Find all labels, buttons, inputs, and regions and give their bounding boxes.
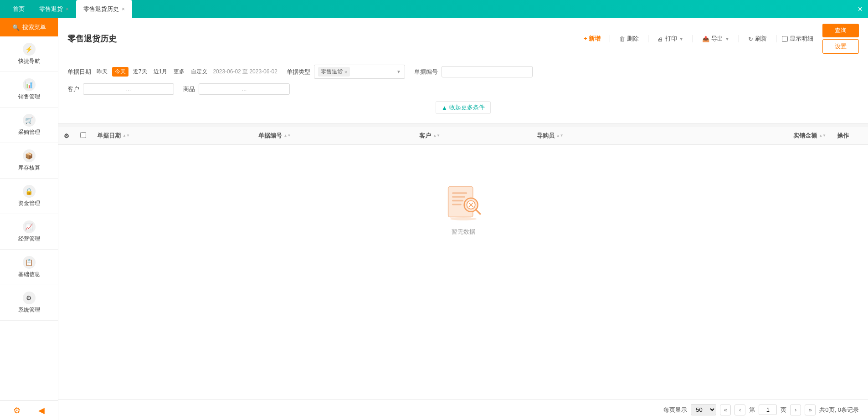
new-button[interactable]: + 新增 [580,33,604,45]
sidebar-item-sales-mgmt[interactable]: 📊 销售管理 [0,72,58,108]
content-area: 零售退货历史 + 新增 🗑 删除 🖨 打印 ▼ [58,18,868,420]
prev-page-button[interactable]: ‹ [734,405,745,415]
date-shortcut-1month[interactable]: 近1月 [152,67,169,77]
empty-state: 暂无数据 [58,145,868,272]
customer-filter-btn[interactable]: ... [83,83,174,95]
type-filter-label: 单据类型 [287,68,310,76]
toolbar-divider-4 [739,35,739,42]
search-icon: 🔍 [12,24,20,31]
collapse-icon: ▲ [442,104,447,111]
quick-nav-icon: ⚡ [23,43,36,56]
sidebar-item-inventory[interactable]: 📦 库存核算 [0,143,58,179]
svg-line-7 [475,210,480,214]
top-nav-close[interactable]: × [858,5,863,14]
product-filter-btn[interactable]: ... [199,83,290,95]
date-filter: 单据日期 昨天 今天 近7天 近1月 更多 自定义 2023-06-02 至 2… [67,67,277,77]
sales-mgmt-icon: 📊 [23,78,36,91]
date-filter-label: 单据日期 [67,68,91,76]
tab-home-label: 首页 [13,5,25,13]
number-filter: 单据编号 [414,66,533,77]
page-size-label: 每页显示 [663,406,687,414]
date-shortcut-custom[interactable]: 自定义 [189,67,209,77]
empty-state-text: 暂无数据 [452,228,475,236]
th-date-sort[interactable]: 单据日期 ▲▼ [97,132,247,140]
delete-label: 删除 [627,35,639,43]
print-dropdown-icon: ▼ [679,36,683,41]
purchase-mgmt-icon: 🛒 [23,114,36,127]
collapse-button[interactable]: ▲ 收起更多条件 [436,101,491,114]
export-icon: 📤 [702,36,709,42]
sidebar-item-finance-mgmt[interactable]: 🔒 资金管理 [0,179,58,214]
page-size-select[interactable]: 50 20 100 [691,404,716,415]
query-button[interactable]: 查询 [822,24,859,37]
th-number-label: 单据编号 [258,132,282,140]
page-label: 第 [749,406,755,414]
sidebar-item-operations-mgmt[interactable]: 📈 经营管理 [0,214,58,250]
sidebar-item-purchase-mgmt[interactable]: 🛒 采购管理 [0,108,58,143]
page-unit: 页 [781,406,786,414]
sidebar-item-finance-mgmt-label: 资金管理 [18,200,40,207]
export-dropdown-icon: ▼ [725,36,729,41]
first-page-button[interactable]: « [720,405,731,415]
number-filter-input[interactable] [442,66,533,77]
tab-retail-return-history[interactable]: 零售退货历史 × [76,0,132,18]
delete-icon: 🗑 [619,36,625,42]
tab-retail-return-close[interactable]: × [66,6,69,12]
export-button[interactable]: 📤 导出 ▼ [699,33,733,45]
display-toggle-checkbox[interactable] [782,36,788,42]
tab-bar: 首页 零售退货 × 零售退货历史 × [5,0,848,18]
refresh-button[interactable]: ↻ 刷新 [745,33,770,45]
th-amount-sort-icon: ▲▼ [819,134,826,138]
delete-button[interactable]: 🗑 删除 [616,33,642,45]
date-shortcut-more[interactable]: 更多 [172,67,186,77]
table-header-row: ⚙ 单据日期 ▲▼ 单据编号 [58,127,868,145]
type-filter-tag: 零售退货 × [318,67,350,77]
print-button[interactable]: 🖨 打印 ▼ [654,33,687,45]
settings-button[interactable]: 设置 [822,39,859,54]
th-amount-sort[interactable]: 实销金额 ▲▼ [676,132,826,140]
sidebar-search[interactable]: 🔍 搜索菜单 [0,18,58,36]
tab-retail-return-history-close[interactable]: × [122,6,125,12]
type-filter-remove-icon[interactable]: × [344,69,347,75]
sidebar-item-system-mgmt-label: 系统管理 [18,306,40,314]
sidebar-item-basic-info[interactable]: 📋 基础信息 [0,250,58,285]
sidebar-settings-icon[interactable]: ⚙ [13,405,21,415]
customer-filter-label: 客户 [67,85,79,93]
print-label: 打印 [665,35,677,43]
tab-retail-return-label: 零售退货 [39,5,63,13]
display-toggle[interactable]: 显示明细 [782,35,813,43]
sidebar-item-system-mgmt[interactable]: ⚙ 系统管理 [0,285,58,321]
pagination-bar: 每页显示 50 20 100 « ‹ 第 页 › » 共0页, 0条记录 [58,399,868,420]
sidebar-item-basic-info-label: 基础信息 [18,271,40,278]
table-settings-icon[interactable]: ⚙ [64,133,69,139]
date-shortcut-yesterday[interactable]: 昨天 [95,67,109,77]
sidebar-item-quick-nav-label: 快捷导航 [18,57,40,65]
next-page-button[interactable]: › [790,405,801,415]
print-icon: 🖨 [657,36,663,42]
th-number-sort[interactable]: 单据编号 ▲▼ [258,132,409,140]
last-page-button[interactable]: » [805,405,816,415]
type-filter-select[interactable]: 零售退货 × ▼ [314,65,405,79]
toolbar-divider-5 [776,35,776,42]
export-label: 导出 [711,35,723,43]
table-select-all-checkbox[interactable] [80,132,86,138]
sidebar-collapse-icon[interactable]: ◀ [38,405,45,415]
th-amount: 实销金额 ▲▼ [670,127,832,145]
svg-rect-1 [452,192,467,194]
customer-filter: 客户 ... [67,83,174,95]
sidebar-item-quick-nav[interactable]: ⚡ 快捷导航 [0,36,58,72]
date-shortcut-7days[interactable]: 近7天 [131,67,149,77]
tab-home[interactable]: 首页 [5,0,32,18]
th-action: 操作 [832,127,868,145]
tab-retail-return[interactable]: 零售退货 × [32,0,76,18]
toolbar-divider-3 [693,35,693,42]
date-shortcut-today[interactable]: 今天 [112,67,128,77]
type-filter-dropdown-icon: ▼ [396,69,401,74]
th-customer-sort[interactable]: 客户 ▲▼ [419,132,526,140]
data-table: ⚙ 单据日期 ▲▼ 单据编号 [58,127,868,272]
sidebar-bottom: ⚙ ◀ [0,400,58,420]
th-customer-label: 客户 [419,132,431,140]
table-head: ⚙ 单据日期 ▲▼ 单据编号 [58,127,868,145]
page-number-input[interactable] [759,405,777,415]
th-guide-sort[interactable]: 导购员 ▲▼ [537,132,665,140]
